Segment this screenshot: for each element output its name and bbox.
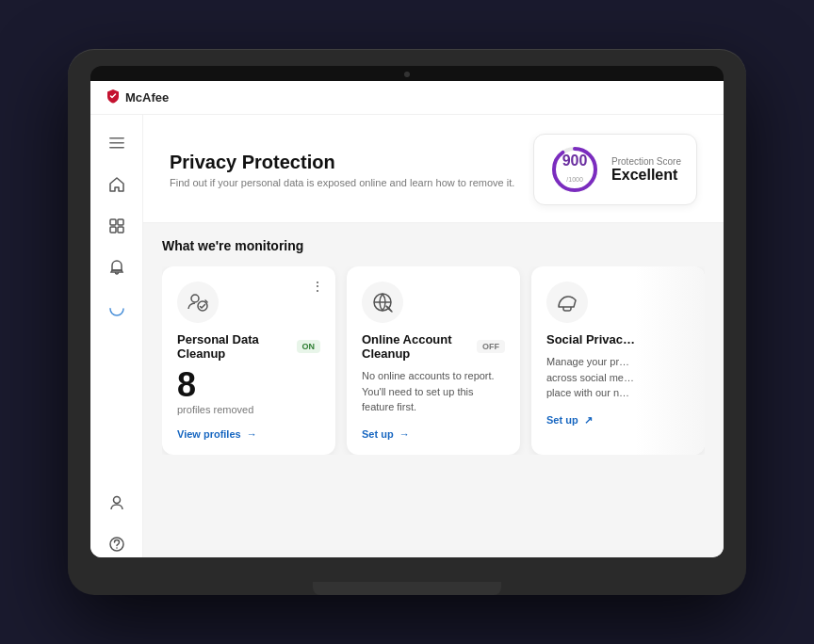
card-big-number: 8 <box>177 368 320 402</box>
score-label-bottom: Excellent <box>611 167 681 184</box>
card-header-row: Personal Data Cleanup On <box>177 332 320 361</box>
sidebar-item-home[interactable] <box>100 168 134 201</box>
laptop-frame: McAfee <box>68 49 746 595</box>
monitoring-section: What we're monitoring <box>143 223 724 470</box>
svg-point-7 <box>110 302 123 315</box>
mcafee-shield-icon <box>106 89 121 106</box>
monitoring-section-title: What we're monitoring <box>162 238 705 253</box>
header-text: Privacy Protection Find out if your pers… <box>170 152 514 188</box>
sidebar-bottom <box>100 486 134 557</box>
svg-rect-1 <box>109 142 124 144</box>
online-account-card: Online Account Cleanup Off No online acc… <box>347 266 520 455</box>
social-privacy-icon <box>546 282 588 323</box>
card-header-row: Online Account Cleanup Off <box>362 332 505 361</box>
svg-rect-4 <box>118 219 123 225</box>
online-account-icon <box>362 282 403 323</box>
card-more-button[interactable]: ⋮ <box>311 280 324 293</box>
card-badge: Off <box>477 340 505 353</box>
svg-point-10 <box>116 547 118 549</box>
mcafee-logo: McAfee <box>106 89 169 106</box>
card-title: Social Privac… <box>546 332 635 346</box>
score-label-top: Protection Score <box>611 156 681 167</box>
top-bar: McAfee <box>90 81 724 115</box>
sidebar <box>90 115 143 557</box>
sidebar-item-dashboard[interactable] <box>100 209 134 243</box>
card-sub-text: profiles removed <box>177 404 320 415</box>
app-name: McAfee <box>125 90 169 105</box>
view-profiles-link[interactable]: View profiles → <box>177 428 320 440</box>
page-title: Privacy Protection <box>170 152 514 173</box>
main-layout: Privacy Protection Find out if your pers… <box>90 115 724 557</box>
card-desc: No online accounts to report. You'll nee… <box>362 368 505 415</box>
card-title: Online Account Cleanup <box>362 332 471 361</box>
score-max: /1000 <box>566 176 583 183</box>
card-title: Personal Data Cleanup <box>177 332 291 361</box>
card-header-row: Social Privac… <box>546 332 690 346</box>
sidebar-item-menu[interactable] <box>100 126 134 160</box>
score-label: Protection Score Excellent <box>611 156 681 184</box>
card-badge: On <box>297 340 321 353</box>
setup-link-social[interactable]: Set up ↗ <box>546 414 690 427</box>
social-privacy-card: Social Privac… Manage your pr…across soc… <box>531 266 705 455</box>
score-circle: 900 /1000 <box>549 144 600 195</box>
svg-point-13 <box>191 295 199 302</box>
svg-rect-2 <box>109 147 124 149</box>
page-header: Privacy Protection Find out if your pers… <box>143 115 724 223</box>
sidebar-item-loading[interactable] <box>100 292 134 326</box>
svg-rect-0 <box>109 137 124 139</box>
protection-score-widget: 900 /1000 Protection Score Excellent <box>533 134 697 205</box>
sidebar-item-notifications[interactable] <box>100 250 134 284</box>
screen-bezel: McAfee <box>90 66 724 557</box>
score-number: 900 /1000 <box>562 153 588 185</box>
svg-point-8 <box>113 497 120 504</box>
score-value: 900 <box>562 153 588 169</box>
personal-data-icon <box>177 282 219 323</box>
content-area: Privacy Protection Find out if your pers… <box>143 115 724 557</box>
setup-link[interactable]: Set up → <box>362 428 505 440</box>
svg-rect-5 <box>110 227 116 233</box>
sidebar-item-user[interactable] <box>100 486 134 520</box>
card-desc: Manage your pr…across social me…place wi… <box>546 354 690 401</box>
page-subtitle: Find out if your personal data is expose… <box>170 177 514 188</box>
sidebar-item-help[interactable] <box>100 527 134 557</box>
svg-rect-6 <box>118 227 123 233</box>
camera <box>404 72 410 77</box>
svg-rect-3 <box>110 219 116 225</box>
laptop-base <box>313 582 501 595</box>
cards-container: ⋮ Personal Data Cleanup On 8 profiles re… <box>162 266 705 455</box>
app-container: McAfee <box>90 81 724 557</box>
personal-data-card: ⋮ Personal Data Cleanup On 8 profiles re… <box>162 266 335 455</box>
